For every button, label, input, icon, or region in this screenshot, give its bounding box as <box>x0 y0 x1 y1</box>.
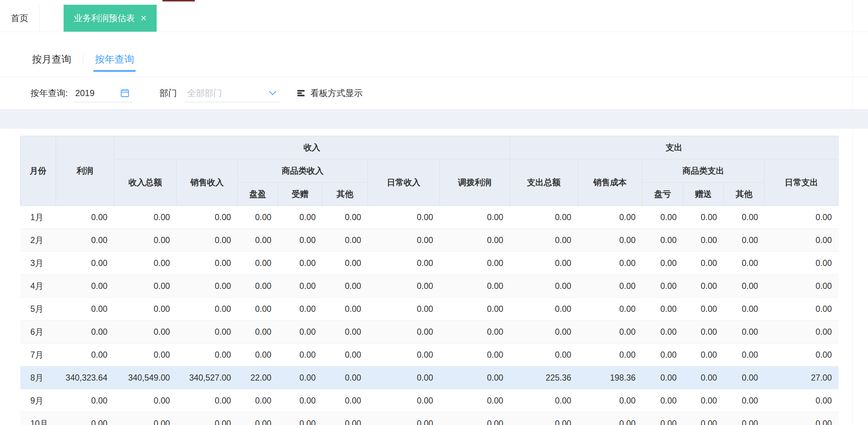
table-row[interactable]: 9月0.000.000.000.000.000.000.000.000.000.… <box>20 389 839 412</box>
value-cell: 0.00 <box>238 252 278 275</box>
value-cell: 0.00 <box>114 229 177 252</box>
value-cell: 0.00 <box>114 389 177 412</box>
value-cell: 0.00 <box>278 275 322 298</box>
value-cell: 0.00 <box>724 206 765 229</box>
value-cell: 0.00 <box>642 412 683 425</box>
value-cell: 0.00 <box>765 275 839 298</box>
department-select-value: 全部部门 <box>187 87 222 99</box>
table-row[interactable]: 2月0.000.000.000.000.000.000.000.000.000.… <box>20 229 839 252</box>
board-display-toggle[interactable]: 看板方式显示 <box>296 87 363 99</box>
value-cell: 0.00 <box>724 229 765 252</box>
table-row[interactable]: 6月0.000.000.000.000.000.000.000.000.000.… <box>20 321 839 343</box>
value-cell: 0.00 <box>440 298 510 321</box>
value-cell: 0.00 <box>238 229 278 252</box>
value-cell: 340,527.00 <box>177 366 238 389</box>
value-cell: 0.00 <box>765 389 839 412</box>
value-cell: 0.00 <box>683 366 724 389</box>
table-header: 月份 利润 收入 支出 收入总额 销售收入 商品类收入 日常收入 调拨利润 支出… <box>20 136 839 206</box>
value-cell: 0.00 <box>724 412 765 425</box>
col-month: 月份 <box>20 136 56 206</box>
col-group-expense: 支出 <box>510 136 839 159</box>
col-gift-given: 赠送 <box>683 183 724 206</box>
year-query-label: 按年查询: <box>31 87 68 99</box>
value-cell: 0.00 <box>440 321 510 343</box>
table-row[interactable]: 1月0.000.000.000.000.000.000.000.000.000.… <box>20 206 839 229</box>
value-cell: 0.00 <box>368 229 440 252</box>
value-cell: 0.00 <box>177 298 238 321</box>
table-row[interactable]: 8月340,323.64340,549.00340,527.0022.000.0… <box>20 366 839 389</box>
value-cell: 0.00 <box>440 206 510 229</box>
value-cell: 0.00 <box>278 298 322 321</box>
value-cell: 0.00 <box>114 275 177 298</box>
value-cell: 0.00 <box>322 275 368 298</box>
table-row[interactable]: 7月0.000.000.000.000.000.000.000.000.000.… <box>20 343 839 366</box>
value-cell: 0.00 <box>278 321 322 343</box>
col-daily-income: 日常收入 <box>368 159 440 206</box>
value-cell: 0.00 <box>368 275 440 298</box>
value-cell: 0.00 <box>642 343 683 366</box>
value-cell: 0.00 <box>368 366 440 389</box>
table-row[interactable]: 3月0.000.000.000.000.000.000.000.000.000.… <box>20 252 839 275</box>
filter-bar: 按年查询: 2019 部门 全部部门 <box>0 77 868 109</box>
value-cell: 0.00 <box>440 343 510 366</box>
value-cell: 0.00 <box>278 229 322 252</box>
board-display-label: 看板方式显示 <box>310 87 363 99</box>
calendar-icon[interactable] <box>120 88 130 98</box>
subtab-divider <box>83 55 83 64</box>
value-cell: 0.00 <box>368 343 440 366</box>
value-cell: 0.00 <box>578 343 642 366</box>
value-cell: 0.00 <box>510 206 578 229</box>
col-group-goods-income: 商品类收入 <box>238 159 368 183</box>
tab-profit-forecast[interactable]: 业务利润预估表 × <box>64 5 157 32</box>
month-cell: 2月 <box>20 229 56 252</box>
value-cell: 0.00 <box>368 321 440 343</box>
value-cell: 0.00 <box>238 275 278 298</box>
value-cell: 0.00 <box>642 321 683 343</box>
value-cell: 0.00 <box>724 389 765 412</box>
value-cell: 0.00 <box>322 366 368 389</box>
value-cell: 0.00 <box>322 343 368 366</box>
value-cell: 0.00 <box>510 298 578 321</box>
value-cell: 340,549.00 <box>114 366 177 389</box>
value-cell: 0.00 <box>724 321 765 343</box>
tab-home[interactable]: 首页 <box>0 5 40 32</box>
value-cell: 0.00 <box>683 412 724 425</box>
department-select[interactable]: 全部部门 <box>184 84 280 102</box>
value-cell: 0.00 <box>642 298 683 321</box>
table-row[interactable]: 4月0.000.000.000.000.000.000.000.000.000.… <box>20 275 839 298</box>
scrollbar-track[interactable] <box>852 0 853 425</box>
month-cell: 4月 <box>20 275 56 298</box>
col-inventory-gain: 盘盈 <box>238 183 278 206</box>
value-cell: 0.00 <box>56 343 114 366</box>
value-cell: 0.00 <box>683 275 724 298</box>
value-cell: 0.00 <box>278 343 322 366</box>
col-profit: 利润 <box>56 136 114 206</box>
chevron-down-icon <box>269 91 277 96</box>
year-input[interactable]: 2019 <box>73 84 132 102</box>
value-cell: 0.00 <box>114 252 177 275</box>
value-cell: 0.00 <box>278 412 322 425</box>
tab-monthly-query[interactable]: 按月查询 <box>31 53 73 72</box>
value-cell: 0.00 <box>114 321 177 343</box>
value-cell: 0.00 <box>765 343 839 366</box>
value-cell: 0.00 <box>683 206 724 229</box>
col-transfer-profit: 调拨利润 <box>440 159 510 206</box>
query-mode-tabs: 按月查询 按年查询 <box>0 32 868 77</box>
value-cell: 0.00 <box>177 343 238 366</box>
table-row[interactable]: 10月0.000.000.000.000.000.000.000.000.000… <box>20 412 839 425</box>
value-cell: 0.00 <box>56 412 114 425</box>
value-cell: 0.00 <box>177 389 238 412</box>
tab-yearly-query[interactable]: 按年查询 <box>93 53 136 72</box>
month-cell: 3月 <box>20 252 56 275</box>
value-cell: 0.00 <box>440 389 510 412</box>
value-cell: 0.00 <box>322 389 368 412</box>
profit-estimate-table: 月份 利润 收入 支出 收入总额 销售收入 商品类收入 日常收入 调拨利润 支出… <box>20 136 837 425</box>
value-cell: 0.00 <box>765 229 839 252</box>
value-cell: 0.00 <box>440 412 510 425</box>
value-cell: 0.00 <box>440 275 510 298</box>
value-cell: 0.00 <box>642 366 683 389</box>
close-tab-icon[interactable]: × <box>141 13 146 23</box>
value-cell: 0.00 <box>510 321 578 343</box>
value-cell: 0.00 <box>578 321 642 343</box>
table-row[interactable]: 5月0.000.000.000.000.000.000.000.000.000.… <box>20 298 839 321</box>
